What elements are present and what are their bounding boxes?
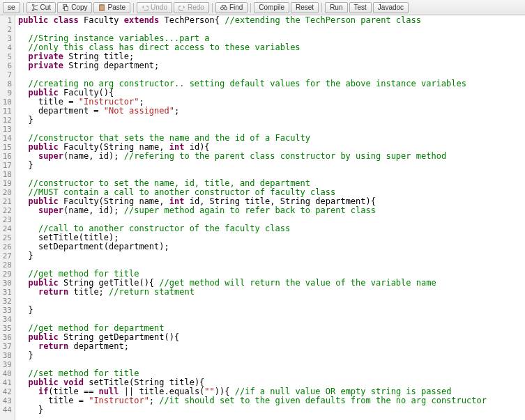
line-number: 15 (1, 143, 12, 152)
undo-label: Undo (151, 3, 167, 11)
code-line[interactable]: setDepartment(department); (18, 242, 522, 251)
line-number: 7 (1, 70, 12, 79)
run-button[interactable]: Run (325, 2, 347, 13)
line-number: 20 (1, 188, 12, 197)
line-number: 26 (1, 242, 12, 251)
paste-label: Paste (107, 3, 125, 11)
line-number: 37 (1, 342, 12, 351)
svg-point-5 (224, 6, 227, 9)
line-number-gutter: 1234567891011121314151617181920212223242… (0, 15, 15, 420)
line-number: 6 (1, 61, 12, 70)
line-number: 14 (1, 134, 12, 143)
code-line[interactable]: } (18, 405, 522, 414)
svg-rect-1 (64, 6, 68, 10)
javadoc-button[interactable]: Javadoc (373, 2, 409, 13)
clipboard-icon (98, 4, 105, 11)
line-number: 24 (1, 224, 12, 233)
test-button[interactable]: Test (349, 2, 372, 13)
line-number: 39 (1, 360, 12, 369)
line-number: 28 (1, 260, 12, 270)
toolbar: se Cut Copy Paste Undo Redo Find Compile… (0, 0, 525, 15)
code-line[interactable]: title = "Instructor"; //it should set to… (18, 396, 522, 405)
line-number: 13 (1, 125, 12, 134)
line-number: 10 (1, 98, 12, 107)
line-number: 43 (1, 396, 12, 405)
code-area[interactable]: public class Faculty extends TechPerson{… (15, 15, 525, 420)
separator (250, 3, 251, 13)
redo-button[interactable]: Redo (174, 2, 209, 13)
copy-button[interactable]: Copy (57, 2, 92, 13)
line-number: 44 (1, 405, 12, 414)
code-line[interactable]: } (18, 351, 522, 360)
line-number: 11 (1, 107, 12, 116)
paste-button[interactable]: Paste (93, 2, 130, 13)
line-number: 33 (1, 306, 12, 315)
line-number: 5 (1, 52, 12, 61)
undo-button[interactable]: Undo (137, 2, 172, 13)
code-line[interactable]: } (18, 306, 522, 315)
line-number: 1 (1, 16, 12, 25)
close-button[interactable]: se (3, 2, 20, 13)
reset-button[interactable]: Reset (291, 2, 319, 13)
scissors-icon (31, 4, 38, 11)
line-number: 31 (1, 288, 12, 297)
code-line[interactable]: } (18, 161, 522, 170)
binoculars-icon (220, 4, 227, 11)
undo-icon (142, 4, 149, 11)
line-number: 40 (1, 369, 12, 378)
cut-label: Cut (40, 3, 52, 11)
svg-rect-2 (100, 4, 105, 10)
line-number: 34 (1, 315, 12, 324)
code-line[interactable]: super(name, id); //super method again to… (18, 206, 522, 215)
code-line[interactable]: super(name, id); //refering to the paren… (18, 152, 522, 161)
line-number: 16 (1, 152, 12, 161)
line-number: 25 (1, 233, 12, 242)
separator (321, 3, 322, 13)
code-line[interactable]: public class Faculty extends TechPerson{… (18, 16, 522, 25)
line-number: 2 (1, 25, 12, 34)
redo-label: Redo (188, 3, 204, 11)
line-number: 21 (1, 197, 12, 206)
compile-button[interactable]: Compile (254, 2, 289, 13)
separator (23, 3, 24, 13)
line-number: 23 (1, 215, 12, 224)
line-number: 30 (1, 279, 12, 288)
line-number: 12 (1, 116, 12, 125)
code-line[interactable]: } (18, 251, 522, 260)
code-line[interactable]: return title; //return statment (18, 288, 522, 297)
line-number: 41 (1, 378, 12, 387)
code-line[interactable]: private String department; (18, 61, 522, 70)
code-line[interactable]: department = "Not assigned"; (18, 107, 522, 116)
code-line[interactable]: } (18, 116, 522, 125)
line-number: 42 (1, 387, 12, 396)
line-number: 4 (1, 43, 12, 52)
line-number: 8 (1, 79, 12, 88)
line-number: 29 (1, 270, 12, 279)
svg-rect-3 (101, 4, 103, 6)
code-line[interactable]: return department; (18, 342, 522, 351)
copy-icon (62, 4, 69, 11)
redo-icon (178, 4, 185, 11)
find-button[interactable]: Find (215, 2, 248, 13)
line-number: 9 (1, 88, 12, 98)
line-number: 3 (1, 34, 12, 43)
code-line[interactable] (18, 297, 522, 306)
separator (212, 3, 213, 13)
line-number: 19 (1, 179, 12, 188)
line-number: 18 (1, 170, 12, 179)
cut-button[interactable]: Cut (26, 2, 56, 13)
line-number: 32 (1, 297, 12, 306)
code-editor[interactable]: 1234567891011121314151617181920212223242… (0, 15, 525, 420)
line-number: 35 (1, 324, 12, 333)
line-number: 27 (1, 251, 12, 260)
line-number: 22 (1, 206, 12, 215)
line-number: 17 (1, 161, 12, 170)
svg-point-4 (220, 6, 223, 9)
copy-label: Copy (71, 3, 87, 11)
line-number: 36 (1, 333, 12, 342)
find-label: Find (229, 3, 243, 11)
separator (133, 3, 134, 13)
line-number: 38 (1, 351, 12, 360)
